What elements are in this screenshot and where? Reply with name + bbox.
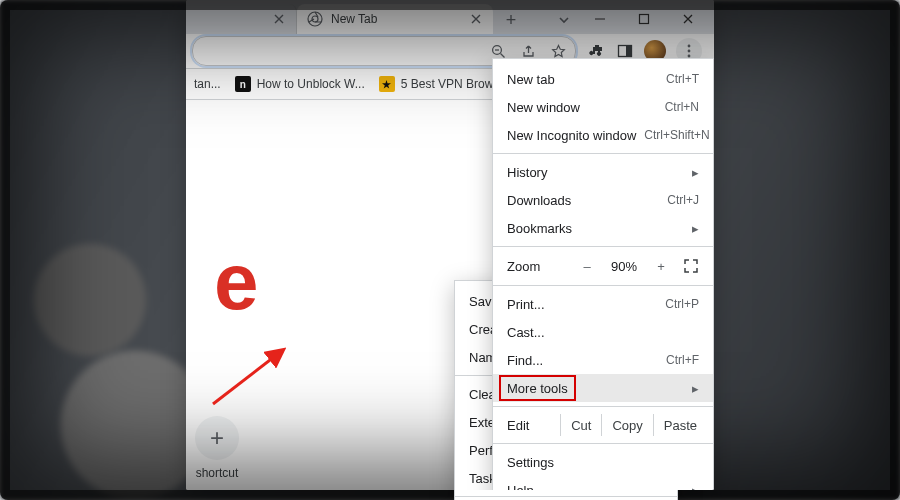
menu-separator xyxy=(493,285,713,286)
edit-copy-button[interactable]: Copy xyxy=(601,414,652,436)
svg-point-0 xyxy=(308,12,322,26)
menu-separator xyxy=(493,406,713,407)
menu-item-print[interactable]: Print...Ctrl+P xyxy=(493,290,713,318)
menu-item-incognito[interactable]: New Incognito windowCtrl+Shift+N xyxy=(493,121,713,149)
menu-item-zoom: Zoom – 90% + xyxy=(493,251,713,281)
minimize-button[interactable] xyxy=(578,4,622,34)
menu-item-find[interactable]: Find...Ctrl+F xyxy=(493,346,713,374)
fullscreen-button[interactable] xyxy=(679,254,703,278)
window-controls xyxy=(578,4,714,34)
menu-item-settings[interactable]: Settings xyxy=(493,448,713,476)
chevron-right-icon: ▸ xyxy=(692,165,699,180)
chevron-right-icon: ▸ xyxy=(692,221,699,236)
close-tab-icon[interactable] xyxy=(469,12,483,26)
edit-paste-button[interactable]: Paste xyxy=(653,414,707,436)
menu-separator xyxy=(493,153,713,154)
menu-item-new-window[interactable]: New windowCtrl+N xyxy=(493,93,713,121)
svg-point-8 xyxy=(688,55,691,58)
background-tab[interactable] xyxy=(186,4,297,34)
zoom-out-button[interactable]: – xyxy=(575,254,599,278)
bookmark-item[interactable]: nHow to Unblock W... xyxy=(235,76,365,92)
menu-item-more-tools[interactable]: More tools▸ xyxy=(493,374,713,402)
svg-point-7 xyxy=(688,50,691,53)
tab-title: New Tab xyxy=(331,12,461,26)
menu-item-downloads[interactable]: DownloadsCtrl+J xyxy=(493,186,713,214)
bookmark-item[interactable]: tan... xyxy=(194,77,221,91)
svg-point-6 xyxy=(688,45,691,48)
svg-rect-5 xyxy=(626,46,632,57)
menu-item-history[interactable]: History▸ xyxy=(493,158,713,186)
shortcut-label: shortcut xyxy=(186,466,252,480)
menu-item-new-tab[interactable]: New tabCtrl+T xyxy=(493,65,713,93)
zoom-value: 90% xyxy=(605,259,643,274)
tab-strip: New Tab + xyxy=(186,0,714,34)
google-logo-fragment: e xyxy=(214,242,259,322)
close-window-button[interactable] xyxy=(666,4,710,34)
close-tab-icon[interactable] xyxy=(272,12,286,26)
bookmark-favicon-icon: n xyxy=(235,76,251,92)
edit-cut-button[interactable]: Cut xyxy=(560,414,601,436)
chrome-main-menu: New tabCtrl+T New windowCtrl+N New Incog… xyxy=(492,58,714,490)
chevron-right-icon: ▸ xyxy=(692,483,699,491)
zoom-in-button[interactable]: + xyxy=(649,254,673,278)
plus-icon: + xyxy=(195,416,239,460)
chevron-right-icon: ▸ xyxy=(692,381,699,396)
browser-window: New Tab + xyxy=(186,0,714,490)
tab-search-button[interactable] xyxy=(550,6,578,34)
menu-separator xyxy=(493,246,713,247)
menu-separator xyxy=(455,496,677,497)
maximize-button[interactable] xyxy=(622,4,666,34)
menu-item-edit: Edit Cut Copy Paste xyxy=(493,411,713,439)
add-shortcut-tile[interactable]: + shortcut xyxy=(186,416,252,480)
svg-rect-2 xyxy=(640,15,649,24)
new-tab-button[interactable]: + xyxy=(497,6,525,34)
menu-separator xyxy=(493,443,713,444)
menu-item-bookmarks[interactable]: Bookmarks▸ xyxy=(493,214,713,242)
bookmark-favicon-icon: ★ xyxy=(379,76,395,92)
menu-item-help[interactable]: Help▸ xyxy=(493,476,713,490)
menu-item-cast[interactable]: Cast... xyxy=(493,318,713,346)
chrome-favicon-icon xyxy=(307,11,323,27)
active-tab[interactable]: New Tab xyxy=(297,4,493,34)
